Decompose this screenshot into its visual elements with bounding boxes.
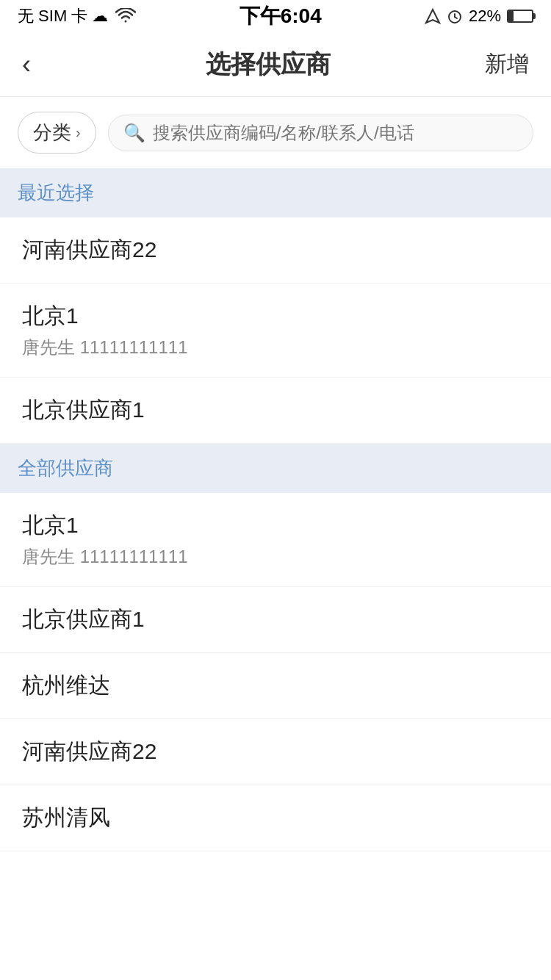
- category-button[interactable]: 分类 ›: [18, 112, 96, 154]
- svg-line-3: [455, 17, 457, 18]
- list-item[interactable]: 北京1唐先生 11111111111: [0, 284, 551, 378]
- list-item[interactable]: 河南供应商22: [0, 217, 551, 284]
- wifi-icon: [115, 8, 136, 24]
- item-name: 苏州清风: [22, 803, 529, 833]
- battery-icon: [507, 10, 533, 23]
- item-name: 河南供应商22: [22, 737, 529, 767]
- search-input[interactable]: [153, 123, 518, 143]
- sim-status: 无 SIM 卡 ☁: [18, 5, 108, 27]
- page-title: 选择供应商: [66, 48, 470, 82]
- item-sub: 唐先生 11111111111: [22, 545, 529, 569]
- chevron-right-icon: ›: [76, 124, 81, 141]
- recent-section-header: 最近选择: [0, 168, 551, 217]
- item-name: 北京1: [22, 511, 529, 541]
- list-item[interactable]: 北京供应商1: [0, 378, 551, 444]
- item-name: 杭州维达: [22, 671, 529, 701]
- back-button[interactable]: ‹: [22, 49, 66, 80]
- add-button[interactable]: 新增: [470, 49, 529, 79]
- status-time: 下午6:04: [240, 2, 322, 30]
- search-box[interactable]: 🔍: [108, 115, 533, 151]
- filter-bar: 分类 › 🔍: [0, 97, 551, 168]
- category-label: 分类: [33, 120, 71, 145]
- nav-bar: ‹ 选择供应商 新增: [0, 32, 551, 97]
- status-bar: 无 SIM 卡 ☁ 下午6:04 22%: [0, 0, 551, 32]
- all-section-header: 全部供应商: [0, 444, 551, 493]
- list-item[interactable]: 河南供应商22: [0, 719, 551, 785]
- search-icon: 🔍: [123, 123, 145, 143]
- status-right: 22%: [425, 7, 533, 26]
- item-name: 北京供应商1: [22, 395, 529, 425]
- list-item[interactable]: 北京供应商1: [0, 587, 551, 653]
- item-name: 北京供应商1: [22, 605, 529, 635]
- list-item[interactable]: 苏州清风: [0, 785, 551, 851]
- list-item[interactable]: 杭州维达: [0, 653, 551, 719]
- recent-list: 河南供应商22北京1唐先生 11111111111北京供应商1: [0, 217, 551, 444]
- item-name: 河南供应商22: [22, 235, 529, 265]
- all-list: 北京1唐先生 11111111111北京供应商1杭州维达河南供应商22苏州清风: [0, 493, 551, 851]
- item-sub: 唐先生 11111111111: [22, 336, 529, 359]
- svg-marker-0: [426, 10, 439, 23]
- alarm-icon: [447, 8, 463, 24]
- location-icon: [425, 8, 441, 24]
- list-item[interactable]: 北京1唐先生 11111111111: [0, 493, 551, 587]
- status-left: 无 SIM 卡 ☁: [18, 5, 136, 27]
- recent-section-label: 最近选择: [18, 181, 94, 203]
- item-name: 北京1: [22, 301, 529, 331]
- battery-percent: 22%: [469, 7, 501, 26]
- all-section-label: 全部供应商: [18, 457, 113, 479]
